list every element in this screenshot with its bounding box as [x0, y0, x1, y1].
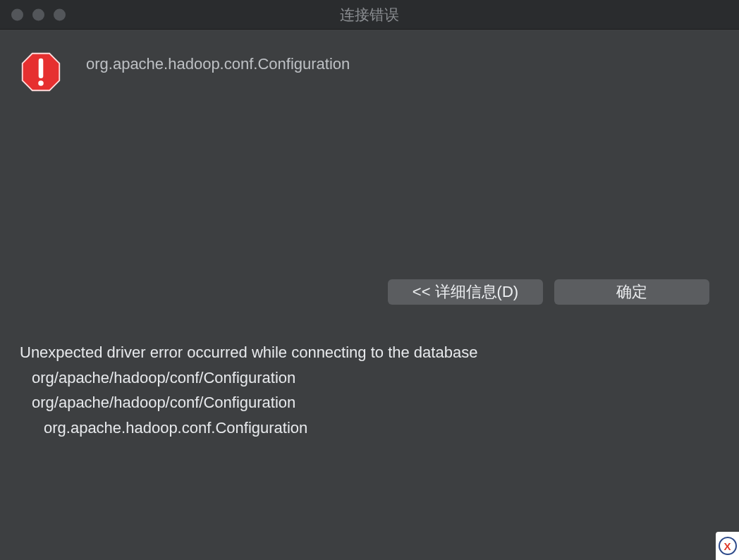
details-line: org.apache.hadoop.conf.Configuration — [20, 415, 719, 441]
details-line: org/apache/hadoop/conf/Configuration — [20, 390, 719, 415]
window-controls — [11, 8, 66, 20]
window-title: 连接错误 — [340, 5, 399, 25]
details-section: Unexpected driver error occurred while c… — [20, 340, 719, 441]
details-line: org/apache/hadoop/conf/Configuration — [20, 365, 719, 391]
zoom-window-button[interactable] — [54, 8, 66, 20]
error-message-text: org.apache.hadoop.conf.Configuration — [86, 49, 350, 73]
error-stop-icon — [20, 51, 62, 93]
button-row: << 详细信息(D) 确定 — [20, 279, 709, 305]
svg-point-2 — [38, 80, 44, 86]
minimize-window-button[interactable] — [32, 8, 44, 20]
details-button[interactable]: << 详细信息(D) — [388, 279, 543, 305]
titlebar: 连接错误 — [0, 0, 739, 30]
details-line: Unexpected driver error occurred while c… — [20, 340, 719, 365]
message-row: org.apache.hadoop.conf.Configuration — [20, 49, 719, 93]
close-window-button[interactable] — [11, 8, 23, 20]
watermark-logo: X — [716, 532, 739, 560]
dialog-content: org.apache.hadoop.conf.Configuration << … — [0, 30, 739, 441]
ok-button[interactable]: 确定 — [554, 279, 709, 305]
